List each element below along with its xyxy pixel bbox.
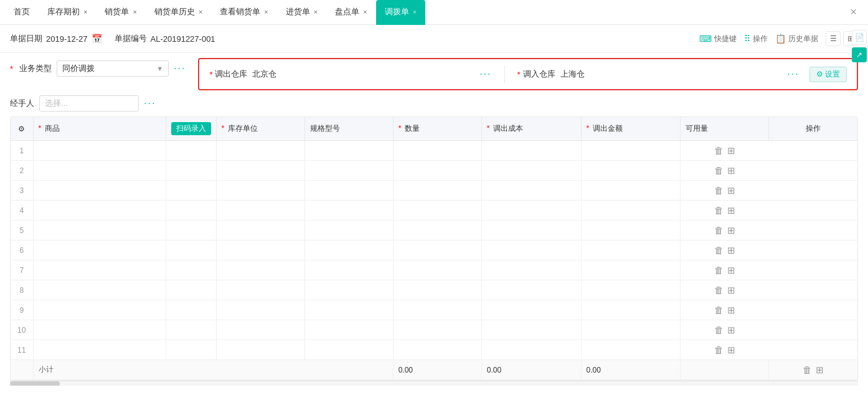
row-amount[interactable]	[481, 141, 581, 161]
copy-row-icon[interactable]: ⊞	[727, 245, 735, 256]
row-unit[interactable]	[166, 340, 216, 360]
list-view-btn[interactable]: ☰	[826, 31, 841, 46]
row-unit[interactable]	[166, 161, 216, 181]
row-unit[interactable]	[166, 181, 216, 201]
delete-row-icon[interactable]: 🗑	[714, 205, 724, 216]
col-scan[interactable]: 扫码录入	[166, 117, 216, 141]
operation-button[interactable]: ⠿ 操作	[744, 34, 768, 44]
row-unit[interactable]	[166, 320, 216, 340]
tab-purchase[interactable]: 进货单 ×	[277, 0, 326, 25]
row-unit[interactable]	[166, 260, 216, 280]
row-product[interactable]	[33, 300, 166, 320]
row-available[interactable]	[581, 181, 681, 201]
tab-close-inventory[interactable]: ×	[363, 8, 367, 16]
panel-doc-btn[interactable]: 📄	[852, 30, 867, 45]
row-cost[interactable]	[393, 201, 481, 221]
row-amount[interactable]	[481, 340, 581, 360]
row-unit[interactable]	[166, 280, 216, 300]
row-unit[interactable]	[166, 141, 216, 161]
row-spec[interactable]	[216, 300, 304, 320]
row-amount[interactable]	[481, 260, 581, 280]
delete-row-icon[interactable]: 🗑	[714, 225, 724, 236]
tab-close-stock-init[interactable]: ×	[83, 8, 87, 16]
horizontal-scrollbar[interactable]	[10, 381, 858, 386]
row-amount[interactable]	[481, 221, 581, 240]
row-cost[interactable]	[393, 280, 481, 300]
warehouse-in-more-button[interactable]: ···	[787, 69, 799, 80]
row-spec[interactable]	[216, 201, 304, 221]
delete-row-icon[interactable]: 🗑	[714, 165, 724, 176]
row-unit[interactable]	[166, 221, 216, 240]
row-unit[interactable]	[166, 300, 216, 320]
row-product[interactable]	[33, 201, 166, 221]
row-available[interactable]	[581, 320, 681, 340]
window-close-button[interactable]: ×	[844, 6, 863, 19]
row-product[interactable]	[33, 181, 166, 201]
tab-stock-init[interactable]: 库存期初 ×	[39, 0, 96, 25]
scroll-thumb[interactable]	[10, 381, 60, 386]
row-spec[interactable]	[216, 181, 304, 201]
panel-expand-btn[interactable]: ↗	[852, 47, 867, 62]
delete-row-icon[interactable]: 🗑	[714, 305, 724, 315]
row-cost[interactable]	[393, 260, 481, 280]
delete-row-icon[interactable]: 🗑	[714, 265, 724, 275]
row-qty[interactable]	[304, 280, 393, 300]
tab-sales-history[interactable]: 销货单历史 ×	[146, 0, 211, 25]
business-select[interactable]: 同价调拨 ▼	[57, 60, 169, 77]
tab-view-sales[interactable]: 查看销货单 ×	[211, 0, 276, 25]
row-product[interactable]	[33, 221, 166, 240]
row-unit[interactable]	[166, 201, 216, 221]
handler-select[interactable]: 选择...	[39, 95, 139, 112]
copy-row-icon[interactable]: ⊞	[727, 285, 735, 296]
row-available[interactable]	[581, 260, 681, 280]
business-more-button[interactable]: ···	[174, 63, 186, 74]
row-product[interactable]	[33, 240, 166, 260]
row-spec[interactable]	[216, 240, 304, 260]
row-available[interactable]	[581, 300, 681, 320]
row-amount[interactable]	[481, 161, 581, 181]
row-available[interactable]	[581, 161, 681, 181]
handler-more-button[interactable]: ···	[144, 98, 156, 109]
subtotal-delete-icon[interactable]: 🗑	[803, 364, 812, 375]
row-unit[interactable]	[166, 240, 216, 260]
warehouse-out-more-button[interactable]: ···	[479, 69, 491, 80]
row-spec[interactable]	[216, 161, 304, 181]
scan-button[interactable]: 扫码录入	[171, 122, 211, 135]
row-qty[interactable]	[304, 340, 393, 360]
row-qty[interactable]	[304, 161, 393, 181]
row-available[interactable]	[581, 340, 681, 360]
tab-close-transfer[interactable]: ×	[413, 8, 417, 16]
history-button[interactable]: 📋 历史单据	[775, 34, 818, 44]
row-amount[interactable]	[481, 320, 581, 340]
settings-button[interactable]: ⚙ 设置	[809, 67, 847, 82]
tab-inventory[interactable]: 盘点单 ×	[326, 0, 375, 25]
copy-row-icon[interactable]: ⊞	[727, 165, 735, 176]
row-available[interactable]	[581, 201, 681, 221]
row-available[interactable]	[581, 240, 681, 260]
row-qty[interactable]	[304, 141, 393, 161]
delete-row-icon[interactable]: 🗑	[714, 185, 724, 196]
copy-row-icon[interactable]: ⊞	[727, 145, 735, 156]
row-spec[interactable]	[216, 340, 304, 360]
row-cost[interactable]	[393, 141, 481, 161]
row-amount[interactable]	[481, 181, 581, 201]
copy-row-icon[interactable]: ⊞	[727, 185, 735, 196]
tab-close-sales-history[interactable]: ×	[199, 8, 202, 16]
copy-row-icon[interactable]: ⊞	[727, 325, 735, 336]
tab-home[interactable]: 首页	[5, 0, 39, 25]
copy-row-icon[interactable]: ⊞	[727, 345, 735, 356]
row-available[interactable]	[581, 280, 681, 300]
row-qty[interactable]	[304, 240, 393, 260]
row-cost[interactable]	[393, 340, 481, 360]
row-amount[interactable]	[481, 201, 581, 221]
row-qty[interactable]	[304, 181, 393, 201]
row-available[interactable]	[581, 221, 681, 240]
calendar-icon[interactable]: 📅	[92, 34, 102, 44]
warehouse-in-value[interactable]: 上海仓	[560, 69, 585, 80]
row-product[interactable]	[33, 340, 166, 360]
row-qty[interactable]	[304, 300, 393, 320]
delete-row-icon[interactable]: 🗑	[714, 145, 724, 156]
row-qty[interactable]	[304, 201, 393, 221]
delete-row-icon[interactable]: 🗑	[714, 245, 724, 255]
tab-sales[interactable]: 销货单 ×	[96, 0, 145, 25]
